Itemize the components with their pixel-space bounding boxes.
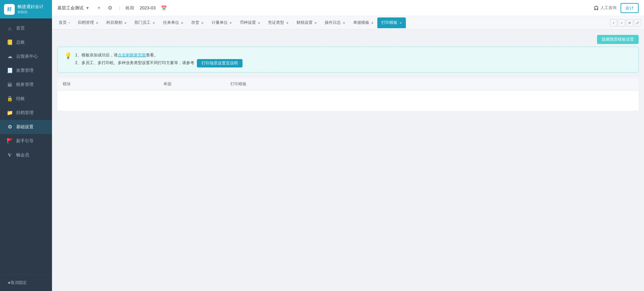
cloud-icon: ☁ [7, 53, 13, 59]
bulb-icon: 💡 [64, 52, 72, 59]
home-icon: ⌂ [7, 26, 13, 31]
info-line-2: 2、多员工、多打印机、多种业务类型设置不同打印方案等，请参考 打印场景设置宜说明 [75, 59, 632, 67]
refresh-link[interactable]: 点击刷新新页面 [118, 53, 146, 57]
th-template: 打印模板 [225, 78, 639, 90]
tab-close-icon[interactable]: × [153, 21, 155, 25]
sidebar-item-settings[interactable]: ⚙ 基础设置 [0, 120, 52, 134]
tab-currency[interactable]: 币种设置 × [236, 17, 264, 28]
info-banner: 💡 1、模板添加成功后，请点击刷新新页面查看。 2、多员工、多打印机、多种业务类… [57, 47, 639, 72]
tab-close-all-button[interactable]: × [626, 19, 633, 27]
sidebar-item-vip[interactable]: V 畅会员 [0, 148, 52, 162]
table-header: 模块 单据 打印模板 [57, 78, 639, 91]
tab-close-icon[interactable]: × [181, 21, 183, 25]
sidebar-item-label: 畅会员 [16, 152, 29, 158]
tab-close-icon[interactable]: × [399, 21, 401, 25]
table-body [57, 91, 639, 111]
tab-partner[interactable]: 往来单位 × [159, 17, 187, 28]
logo-sub: 旗舰版 [17, 10, 44, 14]
sidebar-unpin-button[interactable]: ◄取消固定 [0, 274, 52, 291]
tabbar: 首页 ‹ 归档管理 × 科目期初 × 部门员工 × 往来单位 × 存货 × 计量… [52, 16, 644, 30]
print-scene-button[interactable]: 打印场景设置宜说明 [197, 59, 243, 67]
calendar-icon[interactable]: 📅 [161, 5, 167, 11]
tab-expand-button[interactable]: ⤢ [634, 19, 641, 27]
content-area: 隐藏预置模板设置 💡 1、模板添加成功后，请点击刷新新页面查看。 2、多员工、多… [52, 30, 644, 291]
sidebar-item-label: 发票管理 [16, 67, 34, 74]
sidebar-item-label: 云报表中心 [16, 53, 38, 59]
period-label: 账期 [125, 5, 134, 11]
info-text-1: 1、模板添加成功后，请 [75, 53, 118, 57]
tab-subject[interactable]: 科目期初 × [102, 17, 130, 28]
logo-icon: 好 [4, 4, 15, 15]
sidebar-item-ledger[interactable]: 📒 总账 [0, 35, 52, 49]
tab-close-icon[interactable]: × [258, 21, 260, 25]
tab-label: 财税设置 [297, 20, 313, 26]
tab-op-log[interactable]: 操作日志 × [321, 17, 349, 28]
sidebar-item-invoice[interactable]: 🧾 发票管理 [0, 63, 52, 78]
main-area: 基层工会测试 ▼ ＋ ⚙ | 账期 2023-03 📅 🎧 人工咨询 会计 首页… [52, 0, 644, 291]
sidebar-item-guide[interactable]: 🚩 新手引导 [0, 134, 52, 148]
sidebar-item-archive[interactable]: 📁 归档管理 [0, 106, 52, 120]
tab-label: 部门员工 [135, 20, 151, 26]
sidebar-logo: 好 畅捷通好会计 旗舰版 [0, 0, 52, 18]
tab-close-icon[interactable]: × [201, 21, 203, 25]
tab-close-icon[interactable]: × [371, 21, 373, 25]
headset-icon: 🎧 [594, 6, 599, 10]
sidebar-footer-label: ◄取消固定 [7, 280, 27, 286]
tab-archive[interactable]: 归档管理 × [74, 17, 102, 28]
account-label: 会计 [625, 5, 634, 10]
info-text-1-end: 查看。 [146, 53, 158, 57]
sidebar-item-tax[interactable]: 🏛 税务管理 [0, 78, 52, 92]
flag-icon: 🚩 [7, 138, 13, 144]
sidebar-item-label: 总账 [16, 39, 25, 45]
sidebar-item-closing[interactable]: 🔒 结账 [0, 92, 52, 106]
service-label: 人工咨询 [600, 5, 616, 11]
tab-single-form[interactable]: 单据模板 × [349, 17, 377, 28]
tab-print-tpl[interactable]: 打印模板 × [377, 17, 406, 28]
hide-template-settings-button[interactable]: 隐藏预置模板设置 [597, 35, 639, 44]
sidebar-item-label: 税务管理 [16, 82, 34, 88]
tab-label: 归档管理 [78, 20, 94, 26]
add-company-button[interactable]: ＋ [95, 3, 103, 13]
tab-label: 凭证类型 [268, 20, 284, 26]
hide-btn-label: 隐藏预置模板设置 [602, 37, 634, 42]
sidebar-item-label: 首页 [16, 25, 25, 31]
tab-label: 操作日志 [325, 20, 341, 26]
sidebar-item-label: 基础设置 [16, 124, 34, 130]
tab-label: 打印模板 [381, 20, 397, 26]
period-value: 2023-03 [140, 5, 156, 10]
tab-tax-settings[interactable]: 财税设置 × [292, 17, 321, 28]
tab-voucher-type[interactable]: 凭证类型 × [264, 17, 292, 28]
tab-next-button[interactable]: › [618, 19, 625, 27]
tab-close-icon[interactable]: × [96, 21, 98, 25]
tab-home[interactable]: 首页 ‹ [55, 17, 74, 28]
tab-department[interactable]: 部门员工 × [130, 17, 159, 28]
settings-icon-button[interactable]: ⚙ [106, 3, 114, 12]
company-selector[interactable]: 基层工会测试 ▼ [57, 5, 90, 11]
tab-close-icon[interactable]: × [230, 21, 232, 25]
tab-prev-button[interactable]: ‹ [610, 19, 617, 27]
company-name: 基层工会测试 [57, 5, 84, 11]
tab-inventory[interactable]: 存货 × [187, 17, 207, 28]
topbar-actions: ＋ ⚙ [95, 3, 114, 13]
ledger-icon: 📒 [7, 39, 13, 45]
vip-icon: V [7, 152, 13, 158]
tab-label: 币种设置 [240, 20, 256, 26]
sidebar-nav: ⌂ 首页 📒 总账 ☁ 云报表中心 🧾 发票管理 🏛 税务管理 🔒 结账 📁 归… [0, 18, 52, 274]
sidebar-item-reports[interactable]: ☁ 云报表中心 [0, 49, 52, 63]
print-template-table: 模块 单据 打印模板 [57, 78, 639, 111]
sidebar-item-label: 归档管理 [16, 110, 34, 116]
tab-close-icon[interactable]: × [343, 21, 345, 25]
account-button[interactable]: 会计 [621, 3, 639, 13]
tab-close-icon[interactable]: × [124, 21, 126, 25]
gear-icon: ⚙ [7, 124, 13, 130]
content-wrapper: 隐藏预置模板设置 💡 1、模板添加成功后，请点击刷新新页面查看。 2、多员工、多… [57, 35, 639, 111]
service-button[interactable]: 🎧 人工咨询 [594, 5, 616, 11]
tab-close-icon[interactable]: × [315, 21, 317, 25]
info-text-2: 2、多员工、多打印机、多种业务类型设置不同打印方案等，请参考 [75, 59, 194, 67]
print-btn-label: 打印场景设置宜说明 [202, 61, 238, 65]
info-line-1: 1、模板添加成功后，请点击刷新新页面查看。 [75, 52, 632, 59]
sidebar-item-home[interactable]: ⌂ 首页 [0, 21, 52, 35]
tab-close-icon[interactable]: × [286, 21, 288, 25]
tab-unit[interactable]: 计量单位 × [208, 17, 236, 28]
tab-label: 单据模板 [353, 20, 369, 26]
